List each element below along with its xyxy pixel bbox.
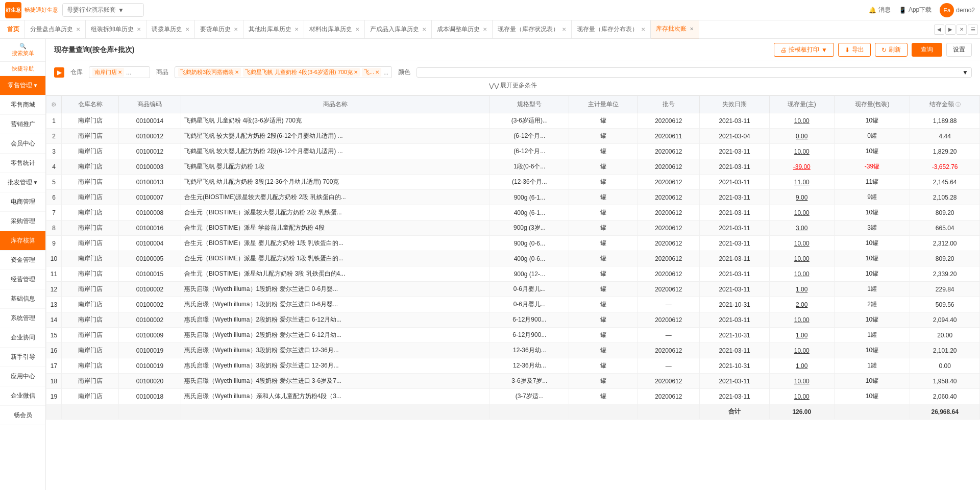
- tab-close-chanpin[interactable]: ✕: [422, 27, 426, 32]
- tab-chanpin[interactable]: 产成品入库单历史 ✕: [365, 20, 432, 39]
- user-menu[interactable]: Ea demo2: [940, 3, 975, 17]
- cell-qty-main[interactable]: 0.00: [769, 129, 834, 144]
- tab-fenpan[interactable]: 分量盘点单历史 ✕: [25, 20, 86, 39]
- cell-unit: 罐: [569, 205, 638, 220]
- sidebar-item-lingshang[interactable]: 零售商城: [0, 95, 45, 115]
- expand-more-button[interactable]: ⋁⋁ 展开更多条件: [489, 81, 537, 90]
- export-button[interactable]: ⬇ 导出: [838, 43, 871, 57]
- company-selector[interactable]: 母婴行业演示账套 ▼: [62, 3, 144, 17]
- settings-button[interactable]: 设置: [946, 43, 972, 57]
- warehouse-more[interactable]: ...: [126, 69, 131, 76]
- cell-batch: 20200612: [638, 190, 700, 205]
- query-button[interactable]: 查询: [912, 43, 942, 57]
- cell-qty-main[interactable]: 1.00: [769, 358, 834, 374]
- sidebar-item-yingxiao[interactable]: 营销推广: [0, 115, 45, 134]
- tab-close-all-button[interactable]: ✕: [957, 24, 967, 35]
- cell-qty-main[interactable]: 10.00: [769, 389, 834, 404]
- cell-qty-main[interactable]: 1.00: [769, 328, 834, 343]
- tab-yaohuo[interactable]: 要货单历史 ✕: [195, 20, 243, 39]
- product-more-close[interactable]: ✕: [375, 69, 379, 75]
- cell-qty-main[interactable]: -39.00: [769, 159, 834, 175]
- sidebar-item-lingtong[interactable]: 零售统计: [0, 154, 45, 173]
- tab-xiancun1[interactable]: 现存量（库存状况表） ✕: [493, 20, 572, 39]
- sidebar-item-huiyuan[interactable]: 会员中心: [0, 134, 45, 154]
- sidebar-item-zijin[interactable]: 资金管理: [0, 251, 45, 270]
- tab-tiaobo[interactable]: 调拨单历史 ✕: [146, 20, 195, 39]
- sidebar-item-caigou[interactable]: 采购管理: [0, 212, 45, 231]
- tab-close-xiancun3[interactable]: ✕: [690, 26, 694, 32]
- tab-close-xiancun2[interactable]: ✕: [641, 27, 645, 32]
- product-tag-1-close[interactable]: ✕: [235, 69, 239, 75]
- cell-no: 5: [46, 175, 62, 190]
- sidebar-item-dianshang[interactable]: 电商管理: [0, 192, 45, 212]
- cell-name: 合生元（BIOSTIME）派星 婴儿配方奶粉 1段 乳铁蛋白的...: [181, 236, 489, 251]
- color-filter-input[interactable]: ▼: [416, 67, 972, 78]
- cell-qty-main[interactable]: 1.00: [769, 282, 834, 297]
- cell-qty-main[interactable]: 10.00: [769, 343, 834, 358]
- tab-close-chengben[interactable]: ✕: [483, 27, 487, 32]
- sidebar-item-changhui[interactable]: 畅会员: [0, 406, 45, 425]
- cell-expire: 2021-03-11: [700, 113, 770, 129]
- sidebar-search[interactable]: 🔍 搜索菜单: [0, 39, 45, 62]
- app-download-button[interactable]: 📱 App下载: [899, 6, 932, 14]
- cell-qty-main[interactable]: 10.00: [769, 113, 834, 129]
- sidebar-quick-nav[interactable]: 快捷导航: [0, 62, 45, 76]
- cell-qty-main[interactable]: 9.00: [769, 190, 834, 205]
- cell-qty-main[interactable]: 3.00: [769, 220, 834, 236]
- cell-qty-main[interactable]: 10.00: [769, 266, 834, 282]
- tab-close-tiaobo[interactable]: ✕: [185, 27, 189, 32]
- cell-qty-main[interactable]: 10.00: [769, 251, 834, 266]
- tab-cailiao[interactable]: 材料出库单历史 ✕: [304, 20, 365, 39]
- cell-expire: 2021-03-11: [700, 205, 770, 220]
- footer-cell-5: [569, 404, 638, 420]
- sidebar-item-xinshou[interactable]: 新手引导: [0, 348, 45, 367]
- avatar: Ea: [940, 3, 954, 17]
- tab-close-yaohuo[interactable]: ✕: [234, 27, 238, 32]
- tab-close-qita[interactable]: ✕: [295, 27, 299, 32]
- cell-spec: 900g (0-6...: [490, 236, 569, 251]
- cell-qty-main[interactable]: 10.00: [769, 236, 834, 251]
- tab-close-fenpan[interactable]: ✕: [76, 27, 80, 32]
- cell-qty-main[interactable]: 10.00: [769, 374, 834, 389]
- cell-qty-main[interactable]: 11.00: [769, 175, 834, 190]
- cell-qty-main[interactable]: 2.00: [769, 297, 834, 312]
- filter-expand-toggle[interactable]: ▶: [54, 67, 64, 78]
- sidebar-item-qiye[interactable]: 企业协同: [0, 328, 45, 348]
- product-tag-2-close[interactable]: ✕: [354, 69, 358, 75]
- sidebar-item-xitong[interactable]: 系统管理: [0, 309, 45, 328]
- tab-menu-button[interactable]: ☰: [968, 24, 978, 35]
- tab-xiancun3[interactable]: 库存批次账 ✕: [651, 20, 699, 39]
- tab-xiancun2[interactable]: 现存量（库存分布表） ✕: [572, 20, 651, 39]
- tab-prev-button[interactable]: ◀: [934, 24, 944, 35]
- warehouse-filter-input[interactable]: 南岸门店 ✕ ...: [89, 66, 150, 78]
- sidebar-item-qiyewei[interactable]: 企业微信: [0, 386, 45, 406]
- tab-qita[interactable]: 其他出库单历史 ✕: [243, 20, 304, 39]
- tab-close-cailiao[interactable]: ✕: [355, 27, 359, 32]
- messages-button[interactable]: 🔔 消息: [869, 6, 891, 14]
- warehouse-tag: 南岸门店 ✕: [92, 68, 124, 77]
- refresh-icon: ↻: [881, 46, 887, 54]
- print-button[interactable]: 🖨 按模板打印 ▼: [774, 43, 834, 57]
- tab-chengben[interactable]: 成本调整单历史 ✕: [432, 20, 493, 39]
- tab-close-zuchai[interactable]: ✕: [137, 27, 141, 32]
- product-more-dots[interactable]: ...: [383, 69, 388, 76]
- warehouse-tag-close[interactable]: ✕: [118, 69, 122, 75]
- main-layout: 🔍 搜索菜单 快捷导航 零售管理 ▼ 零售商城 营销推广 会员中心 零售统计 批…: [0, 39, 980, 490]
- tab-zuchai[interactable]: 组装拆卸单历史 ✕: [86, 20, 146, 39]
- sidebar-item-yingyong[interactable]: 应用中心: [0, 367, 45, 386]
- sidebar-item-kucun[interactable]: 库存核算: [0, 231, 45, 251]
- gear-icon[interactable]: ⚙: [51, 101, 57, 108]
- sidebar-item-pifa[interactable]: 批发管理 ▼: [0, 173, 45, 192]
- sidebar-item-jichu[interactable]: 基础信息: [0, 289, 45, 309]
- product-filter-input[interactable]: 飞鹤奶粉3段丙搭赠装 ✕ 飞鹤星飞帆 儿童奶粉 4段(3-6岁适用) 700克 …: [175, 66, 392, 78]
- sidebar-item-jingying[interactable]: 经营管理: [0, 270, 45, 289]
- tab-close-xiancun1[interactable]: ✕: [562, 27, 566, 32]
- cell-qty-pkg: 1罐: [834, 282, 910, 297]
- cell-qty-main[interactable]: 10.00: [769, 205, 834, 220]
- tab-home[interactable]: 首页: [2, 20, 25, 39]
- refresh-button[interactable]: ↻ 刷新: [875, 43, 908, 57]
- cell-qty-main[interactable]: 10.00: [769, 312, 834, 328]
- sidebar-item-lingshou[interactable]: 零售管理 ▼: [0, 76, 45, 95]
- tab-next-button[interactable]: ▶: [945, 24, 955, 35]
- cell-qty-main[interactable]: 10.00: [769, 144, 834, 159]
